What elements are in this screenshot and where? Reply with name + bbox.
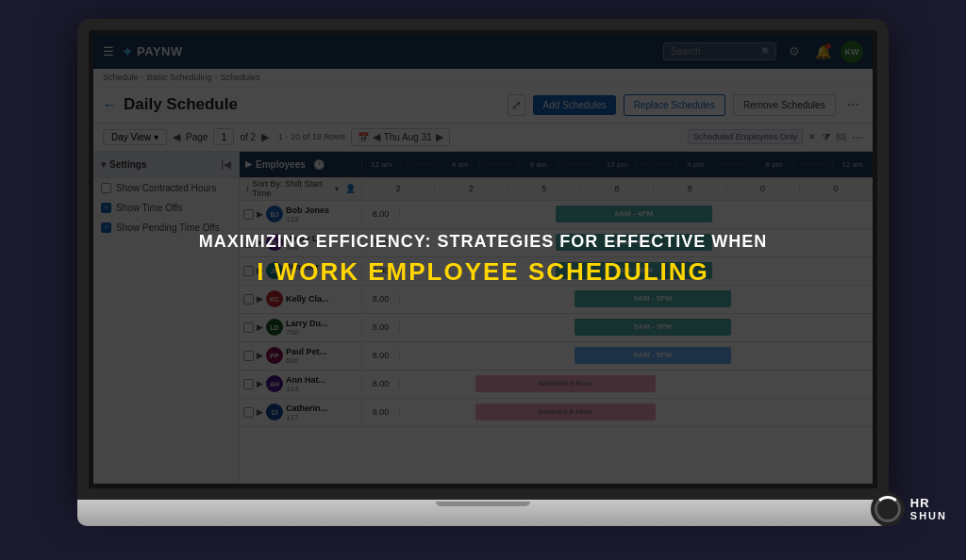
laptop-notch bbox=[436, 502, 530, 506]
hr-circle-icon bbox=[871, 492, 905, 526]
hr-line1: HR bbox=[910, 497, 947, 510]
hr-shun-logo: HR SHUN bbox=[871, 492, 947, 526]
hr-circle-ring bbox=[874, 496, 901, 522]
overlay-line1: MAXIMIZING EFFICIENCY: STRATEGIES FOR EF… bbox=[199, 232, 767, 252]
hr-line2: SHUN bbox=[910, 510, 947, 521]
hr-text: HR SHUN bbox=[910, 497, 947, 521]
overlay-line2: I WORK EMPLOYEE SCHEDULING bbox=[257, 257, 709, 287]
overlay: MAXIMIZING EFFICIENCY: STRATEGIES FOR EF… bbox=[93, 35, 873, 484]
laptop-base bbox=[77, 500, 889, 526]
